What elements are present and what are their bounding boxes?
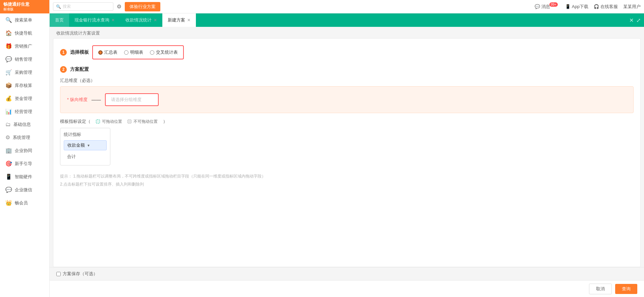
crown-icon: 👑 — [5, 200, 12, 206]
search-box[interactable]: 🔍 搜索 — [53, 2, 113, 11]
sidebar-label: 智能硬件 — [15, 174, 32, 180]
step1-title: 选择模板 — [70, 49, 89, 55]
template-box: 汇总表 明细表 交叉统计表 — [92, 45, 184, 59]
step2-badge: 2 — [60, 66, 67, 73]
sidebar-label: 畅会员 — [15, 200, 28, 206]
logo-name: 畅捷通好生意 — [3, 2, 30, 7]
metrics-config-label: 模板指标设定（ — [60, 118, 91, 125]
sidebar: 畅捷通好生意 标准版 🔍 搜索菜单 🏠 快捷导航 🎁 营销推广 💬 销售管理 🛒… — [0, 0, 50, 297]
tip-text-1: 提示： 1.拖动标题栏可以调整布局，不可跨维度或指标区域拖动栏目字段（只能在同一… — [60, 172, 266, 180]
vertical-dim-label: * 纵向维度 — [67, 97, 88, 103]
query-button[interactable]: 查询 — [615, 284, 637, 294]
home-icon: 🏠 — [5, 30, 12, 36]
sidebar-label: 采购管理 — [15, 69, 32, 76]
step2-section: 2 方案配置 汇总维度（必选） * 纵向维度 —— 请选择分组维度 — [60, 66, 634, 188]
sidebar-item-enterprise[interactable]: 🏢 企业协同 — [0, 144, 49, 157]
sidebar-item-finance[interactable]: 💰 资金管理 — [0, 92, 49, 105]
page-bottom: 方案保存（可选） — [50, 267, 644, 280]
radio-group: 汇总表 明细表 交叉统计表 — [98, 49, 178, 55]
user-info[interactable]: 某某用户 — [623, 4, 641, 10]
sidebar-item-inventory[interactable]: 📦 库存核算 — [0, 79, 49, 92]
metric-tag-label: 收款金额 — [67, 142, 85, 148]
search-placeholder: 搜索 — [63, 4, 71, 9]
tab-bank-flow[interactable]: 现金银行流水查询 ✕ — [69, 13, 120, 27]
tab-receipt-stats[interactable]: 收款情况统计 ✕ — [120, 13, 162, 27]
chevron-down-icon: ▼ — [87, 144, 90, 147]
settings-card: 1 选择模板 汇总表 明细表 — [53, 38, 641, 267]
tip-line-2: 2.点击标题栏下拉可设置排序、插入列和删除列 — [60, 180, 634, 188]
sales-icon: 💬 — [5, 56, 12, 62]
sidebar-label: 搜索菜单 — [15, 17, 32, 23]
tab-receipt-stats-close[interactable]: ✕ — [154, 18, 157, 22]
sidebar-label: 系统管理 — [13, 135, 30, 141]
radio-summary[interactable]: 汇总表 — [98, 49, 117, 55]
save-label: 方案保存（可选） — [63, 271, 98, 277]
sidebar-item-guide[interactable]: 🎯 新手引导 — [0, 157, 49, 170]
dim-select[interactable]: 请选择分组维度 — [105, 93, 159, 106]
gear-icon: ⚙ — [5, 134, 10, 141]
close-window-icon[interactable]: ✕ — [629, 17, 634, 23]
radio-summary-label: 汇总表 — [104, 49, 117, 55]
metrics-box-label: 统计指标 — [64, 132, 107, 138]
sidebar-label: 企业微信 — [15, 187, 32, 193]
top-bar-right: 💬 消息 99+ 📱 App下载 🎧 在线客服 某某用户 — [535, 4, 641, 10]
metrics-subsection: 模板指标设定（ 可拖动位置 不可拖动位置 ） 统计指标 — [60, 118, 634, 165]
sidebar-label: 销售管理 — [15, 56, 32, 62]
tab-home-label: 首页 — [55, 17, 64, 23]
tab-bank-flow-close[interactable]: ✕ — [111, 18, 115, 22]
save-checkbox-input[interactable] — [56, 272, 61, 276]
sidebar-label: 经营管理 — [15, 109, 32, 115]
service-item[interactable]: 🎧 在线客服 — [594, 4, 618, 10]
save-checkbox[interactable]: 方案保存（可选） — [56, 271, 98, 277]
settings-icon[interactable]: ⚙ — [117, 3, 121, 10]
radio-detail-input[interactable] — [124, 50, 128, 55]
tip-line-1: 提示： 1.拖动标题栏可以调整布局，不可跨维度或指标区域拖动栏目字段（只能在同一… — [60, 172, 634, 180]
sidebar-label: 营销推广 — [15, 43, 32, 49]
tab-home[interactable]: 首页 — [50, 13, 69, 27]
sidebar-item-wechat[interactable]: 💬 企业微信 — [0, 183, 49, 196]
sidebar-item-search-menu[interactable]: 🔍 搜索菜单 — [0, 13, 49, 27]
radio-detail[interactable]: 明细表 — [124, 49, 143, 55]
movable-label: 可拖动位置 — [102, 119, 122, 125]
tab-bank-flow-label: 现金银行流水查询 — [74, 17, 109, 23]
purchase-icon: 🛒 — [5, 69, 12, 76]
sidebar-item-marketing[interactable]: 🎁 营销推广 — [0, 40, 49, 53]
sidebar-item-smart-hw[interactable]: 📱 智能硬件 — [0, 170, 49, 183]
sidebar-item-member[interactable]: 👑 畅会员 — [0, 196, 49, 209]
tab-bar-actions: ✕ ⤢ — [629, 17, 644, 23]
tip-text-2: 2.点击标题栏下拉可设置排序、插入列和删除列 — [60, 180, 144, 188]
radio-cross[interactable]: 交叉统计表 — [150, 49, 178, 55]
search-icon: 🔍 — [56, 4, 61, 9]
dimension-title: 汇总维度（必选） — [60, 78, 634, 84]
sidebar-item-system[interactable]: ⚙ 系统管理 — [0, 131, 49, 144]
step1-section: 1 选择模板 汇总表 明细表 — [60, 45, 634, 59]
main-area: 🔍 搜索 ⚙ 体验行业方案 💬 消息 99+ 📱 App下载 🎧 在线客服 某某… — [50, 0, 644, 297]
radio-detail-label: 明细表 — [130, 49, 143, 55]
download-item[interactable]: 📱 App下载 — [565, 4, 588, 10]
trial-button[interactable]: 体验行业方案 — [125, 2, 160, 11]
sidebar-label: 快捷导航 — [15, 30, 32, 36]
sidebar-label: 新手引导 — [15, 161, 32, 167]
sidebar-item-sales[interactable]: 💬 销售管理 — [0, 53, 49, 66]
radio-cross-input[interactable] — [150, 50, 154, 55]
sidebar-item-quick-nav[interactable]: 🏠 快捷导航 — [0, 27, 49, 40]
dimension-area: * 纵向维度 —— 请选择分组维度 — [60, 86, 634, 113]
gift-icon: 🎁 — [5, 43, 12, 49]
radio-summary-input[interactable] — [98, 50, 103, 55]
metrics-box: 统计指标 收款金额 ▼ 合计 — [60, 128, 110, 165]
tab-new-plan[interactable]: 新建方案 ✕ — [162, 13, 196, 27]
maximize-icon[interactable]: ⤢ — [636, 17, 641, 23]
tab-new-plan-close[interactable]: ✕ — [187, 18, 191, 22]
notification-item[interactable]: 💬 消息 99+ — [535, 4, 560, 10]
sidebar-item-operation[interactable]: 📊 经营管理 — [0, 105, 49, 118]
cancel-button[interactable]: 取消 — [589, 284, 612, 294]
metric-sub-total: 合计 — [64, 152, 107, 162]
logo: 畅捷通好生意 标准版 — [0, 0, 49, 13]
dim-row: * 纵向维度 —— 请选择分组维度 — [67, 93, 159, 106]
chart-icon: 📊 — [5, 108, 12, 115]
sidebar-label: 资金管理 — [15, 96, 32, 102]
metric-tag-revenue[interactable]: 收款金额 ▼ — [64, 140, 107, 150]
radio-cross-label: 交叉统计表 — [156, 49, 178, 55]
sidebar-item-purchase[interactable]: 🛒 采购管理 — [0, 66, 49, 79]
sidebar-item-basic-info[interactable]: 🗂 基础信息 — [0, 118, 49, 131]
